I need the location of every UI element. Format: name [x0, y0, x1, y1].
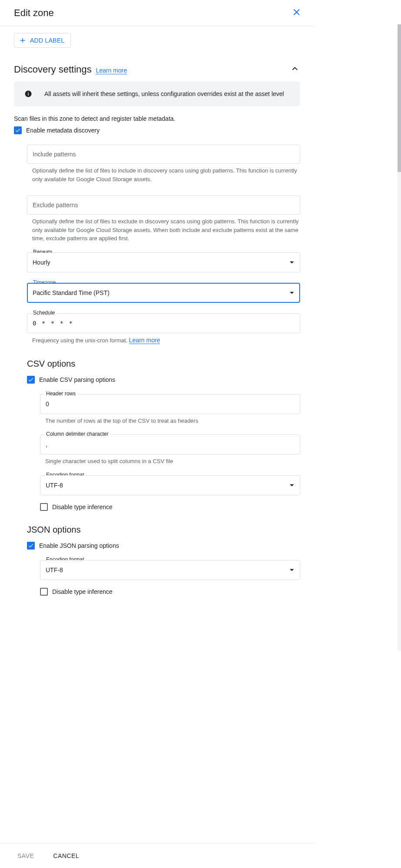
header-rows-input[interactable]	[40, 394, 300, 414]
json-disable-type-checkbox[interactable]	[40, 588, 48, 596]
header-rows-helper: The number of rows at the top of the CSV…	[40, 417, 300, 425]
schedule-helper: Frequency using the unix-cron format. Le…	[27, 336, 300, 345]
exclude-patterns-input[interactable]	[27, 195, 300, 215]
info-banner: All assets will inherit these settings, …	[14, 81, 300, 106]
info-icon	[24, 90, 32, 98]
info-text: All assets will inherit these settings, …	[44, 89, 284, 99]
schedule-learn-more-link[interactable]: Learn more	[129, 337, 160, 344]
discovery-section-header: Discovery settings Learn more	[14, 63, 300, 75]
schedule-label: Schedule	[31, 310, 57, 316]
svg-rect-2	[28, 92, 29, 93]
schedule-input[interactable]	[27, 313, 300, 333]
check-icon	[15, 127, 21, 133]
dialog-title: Edit zone	[14, 7, 54, 19]
enable-json-label: Enable JSON parsing options	[39, 542, 119, 549]
json-disable-type-row: Disable type inference	[40, 588, 300, 596]
dialog-header: Edit zone	[0, 0, 314, 26]
json-disable-type-label: Disable type inference	[52, 588, 113, 595]
include-patterns-input[interactable]	[27, 145, 300, 164]
enable-csv-row: Enable CSV parsing options	[27, 376, 300, 384]
delimiter-label: Column delimiter character	[44, 431, 110, 437]
csv-disable-type-label: Disable type inference	[52, 504, 113, 510]
plus-icon	[19, 36, 27, 44]
enable-csv-label: Enable CSV parsing options	[39, 376, 115, 383]
add-label-text: ADD LABEL	[30, 37, 64, 44]
collapse-toggle[interactable]	[290, 63, 300, 75]
csv-options-title: CSV options	[27, 359, 300, 369]
discovery-title: Discovery settings	[14, 64, 92, 75]
enable-metadata-label: Enable metadata discovery	[26, 127, 100, 134]
chevron-up-icon	[290, 63, 300, 74]
close-button[interactable]	[291, 7, 302, 19]
header-rows-label: Header rows	[44, 391, 77, 397]
check-icon	[28, 377, 34, 383]
enable-csv-checkbox[interactable]	[27, 376, 35, 384]
close-icon	[291, 7, 302, 17]
enable-json-checkbox[interactable]	[27, 542, 35, 550]
exclude-helper: Optionally define the list of files to e…	[27, 217, 300, 243]
check-icon	[28, 543, 34, 549]
include-helper: Optionally define the list of files to i…	[27, 166, 300, 183]
enable-metadata-checkbox[interactable]	[14, 126, 22, 134]
timezone-select[interactable]	[27, 283, 300, 303]
csv-disable-type-row: Disable type inference	[40, 503, 300, 511]
delimiter-input[interactable]	[40, 434, 300, 454]
json-options-title: JSON options	[27, 525, 300, 535]
add-label-button[interactable]: ADD LABEL	[14, 33, 71, 48]
enable-json-row: Enable JSON parsing options	[27, 542, 300, 550]
dialog-content: ADD LABEL Discovery settings Learn more …	[0, 26, 314, 615]
csv-encoding-select[interactable]	[40, 475, 300, 495]
csv-disable-type-checkbox[interactable]	[40, 503, 48, 511]
delimiter-helper: Single character used to split columns i…	[40, 457, 300, 466]
repeats-select[interactable]	[27, 252, 300, 272]
scan-description: Scan files in this zone to detect and re…	[14, 115, 300, 122]
json-encoding-select[interactable]	[40, 560, 300, 580]
enable-metadata-row: Enable metadata discovery	[14, 126, 300, 134]
discovery-learn-more-link[interactable]: Learn more	[96, 67, 127, 74]
svg-rect-1	[28, 93, 29, 96]
